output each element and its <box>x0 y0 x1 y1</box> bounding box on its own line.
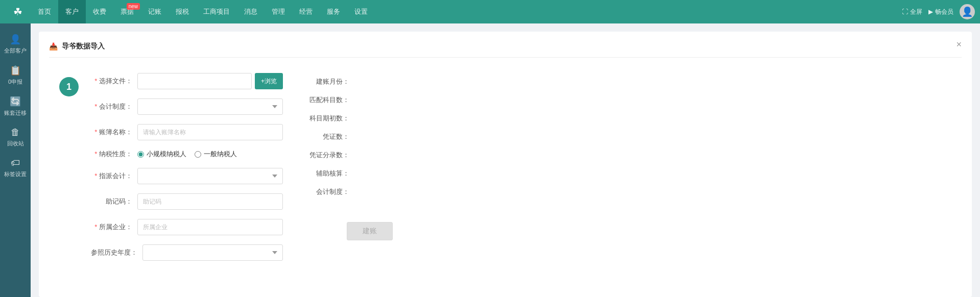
sidebar-item-tags[interactable]: 🏷 标签设置 <box>0 153 31 183</box>
fullscreen-icon: ⛶ <box>902 8 908 15</box>
accountant-select[interactable] <box>137 168 283 184</box>
voucher-label: 凭证数： <box>303 132 349 141</box>
aux-row: 辅助核算： <box>303 169 436 178</box>
file-row: * 选择文件： +浏览 <box>89 73 283 89</box>
nav-fee[interactable]: 收费 <box>86 0 113 23</box>
step-badge: 1 <box>59 77 79 96</box>
all-clients-icon: 👤 <box>10 34 21 45</box>
import-icon: 📥 <box>49 42 58 51</box>
nav-client[interactable]: 客户 <box>58 0 86 23</box>
nav-settings[interactable]: 设置 <box>347 0 375 23</box>
tax-row: * 纳税性质： 小规模纳税人 一般纳税人 <box>89 150 283 159</box>
ledger-input[interactable] <box>137 124 283 140</box>
browse-button[interactable]: +浏览 <box>255 73 283 89</box>
sidebar-item-migrate[interactable]: 🔄 账套迁移 <box>0 91 31 122</box>
ledger-row: * 账簿名称： <box>89 124 283 140</box>
company-row: * 所属企业： <box>89 219 283 235</box>
tax-small-radio[interactable] <box>137 151 144 158</box>
accounting-label: * 会计制度： <box>89 102 132 111</box>
form-container: 1 * 选择文件： +浏览 * 会计制度： <box>49 68 962 266</box>
accounting-row: * 会计制度： <box>89 98 283 115</box>
aux-label: 辅助核算： <box>303 169 349 178</box>
panel-header: 📥 导爷数据导入 <box>49 42 962 58</box>
migrate-icon: 🔄 <box>10 96 21 107</box>
nav-home[interactable]: 首页 <box>31 0 58 23</box>
accounting-select[interactable] <box>137 98 283 115</box>
sidebar: 👤 全部客户 📋 0申报 🔄 账套迁移 🗑 回收站 🏷 标签设置 <box>0 23 31 297</box>
tax-small-label[interactable]: 小规模纳税人 <box>137 150 186 159</box>
page-title: 导爷数据导入 <box>62 42 105 51</box>
info-accounting-label: 会计制度： <box>303 187 349 196</box>
build-account-button[interactable]: 建账 <box>347 222 393 240</box>
month-label: 建账月份： <box>303 77 349 86</box>
form-left-section: 1 * 选择文件： +浏览 * 会计制度： <box>59 73 283 261</box>
nav-service[interactable]: 服务 <box>320 0 347 23</box>
history-row: 参照历史年度： <box>89 244 283 261</box>
right-section: 建账月份： 匹配科目数： 科目期初数： 凭证数： <box>303 73 436 261</box>
nav-new-badge: new <box>127 3 140 10</box>
user-avatar[interactable]: 👤 <box>960 4 975 19</box>
sidebar-item-all-clients[interactable]: 👤 全部客户 <box>0 29 31 60</box>
file-input-group: +浏览 <box>137 73 283 89</box>
voucher-records-label: 凭证分录数： <box>303 151 349 160</box>
period-row: 科目期初数： <box>303 114 436 123</box>
voucher-records-row: 凭证分录数： <box>303 151 436 160</box>
accountant-label: * 指派会计： <box>89 171 132 181</box>
tax-general-label[interactable]: 一般纳税人 <box>195 150 237 159</box>
month-row: 建账月份： <box>303 77 436 86</box>
fullscreen-button[interactable]: ⛶ 全屏 <box>902 8 922 16</box>
build-btn-container: 建账 <box>303 212 436 240</box>
avatar-icon: 👤 <box>962 6 973 17</box>
nav-manage[interactable]: 管理 <box>265 0 292 23</box>
nav-tax[interactable]: 报税 <box>169 0 196 23</box>
company-input[interactable] <box>137 219 283 235</box>
nav-menu: 首页 客户 收费 票据 new 记账 报税 工商项目 消息 管理 经营 <box>31 0 902 23</box>
history-label: 参照历史年度： <box>89 248 137 257</box>
zero-declare-icon: 📋 <box>10 65 21 76</box>
close-button[interactable]: × <box>956 40 962 49</box>
memo-label: 助记码： <box>89 197 132 206</box>
nav-message[interactable]: 消息 <box>237 0 265 23</box>
member-button[interactable]: ▶ 畅会员 <box>928 8 953 16</box>
page-panel: 📥 导爷数据导入 × 1 * 选择文件： +浏览 <box>39 32 972 297</box>
tags-icon: 🏷 <box>11 158 20 168</box>
sidebar-item-zero-declare[interactable]: 📋 0申报 <box>0 60 31 91</box>
voucher-row: 凭证数： <box>303 132 436 141</box>
nav-business[interactable]: 工商项目 <box>196 0 237 23</box>
tax-general-radio[interactable] <box>195 151 201 158</box>
form-fields: * 选择文件： +浏览 * 会计制度： <box>89 73 283 261</box>
match-label: 匹配科目数： <box>303 95 349 105</box>
memo-row: 助记码： <box>89 193 283 210</box>
file-label: * 选择文件： <box>89 77 132 86</box>
info-panel: 建账月份： 匹配科目数： 科目期初数： 凭证数： <box>303 73 436 196</box>
nav-bookkeep[interactable]: 记账 <box>141 0 169 23</box>
ledger-label: * 账簿名称： <box>89 128 132 137</box>
member-icon: ▶ <box>928 8 933 15</box>
logo[interactable]: ☘ <box>5 6 31 18</box>
nav-right-area: ⛶ 全屏 ▶ 畅会员 👤 <box>902 4 975 19</box>
tax-radio-group: 小规模纳税人 一般纳税人 <box>137 150 283 159</box>
memo-input[interactable] <box>137 193 283 210</box>
nav-invoice[interactable]: 票据 new <box>113 0 141 23</box>
history-select[interactable] <box>142 244 283 261</box>
company-label: * 所属企业： <box>89 222 132 232</box>
main-content: 📥 导爷数据导入 × 1 * 选择文件： +浏览 <box>31 23 980 297</box>
top-navigation: ☘ 首页 客户 收费 票据 new 记账 报税 工商项目 消息 管理 <box>0 0 980 23</box>
file-input[interactable] <box>137 73 252 89</box>
accountant-row: * 指派会计： <box>89 168 283 184</box>
logo-icon: ☘ <box>13 6 22 18</box>
match-row: 匹配科目数： <box>303 95 436 105</box>
nav-operation[interactable]: 经营 <box>292 0 320 23</box>
sidebar-item-recycle[interactable]: 🗑 回收站 <box>0 122 31 153</box>
tax-label: * 纳税性质： <box>89 150 132 159</box>
period-label: 科目期初数： <box>303 114 349 123</box>
recycle-icon: 🗑 <box>11 127 20 138</box>
info-accounting-row: 会计制度： <box>303 187 436 196</box>
